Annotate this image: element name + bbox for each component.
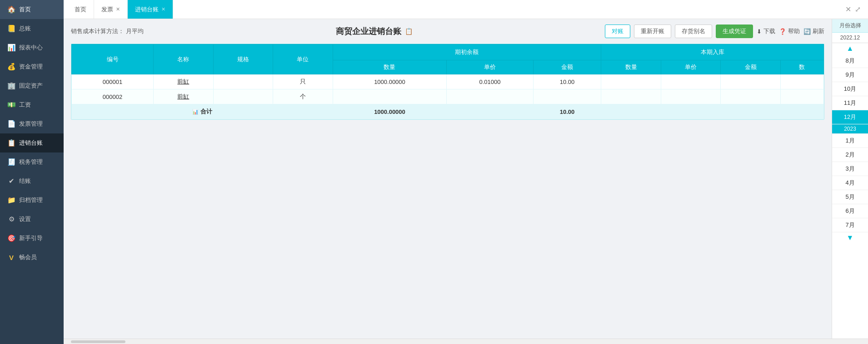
row2-unit: 个 (273, 89, 333, 104)
settle-icon: ✔ (7, 177, 15, 185)
generate-voucher-button[interactable]: 生成凭证 (716, 25, 753, 38)
sidebar-item-assets[interactable]: 🏢 固定资产 (0, 76, 64, 95)
total-row: 📊 合计 1000.00000 10.00 (72, 104, 824, 119)
sidebar: 🏠 首页 📒 总账 📊 报表中心 💰 资金管理 🏢 固定资产 💵 工资 📄 发票… (0, 0, 64, 344)
month-item-3[interactable]: 3月 (832, 162, 868, 176)
salary-icon: 💵 (7, 101, 15, 109)
ci-more-header: 数 (780, 60, 823, 74)
row2-spec (213, 89, 273, 104)
tab-invoice-close[interactable]: ✕ (116, 6, 120, 12)
month-item-4[interactable]: 4月 (832, 176, 868, 190)
month-item-11[interactable]: 11月 (832, 96, 868, 110)
row2-ci-amount (721, 89, 780, 104)
download-icon: ⬇ (757, 28, 762, 35)
sidebar-item-reports[interactable]: 📊 报表中心 (0, 38, 64, 57)
member-icon: V (7, 254, 15, 261)
row1-pb-qty: 1000.00000 (333, 74, 447, 89)
horizontal-scrollbar[interactable] (71, 340, 125, 343)
total-label-text: 合计 (200, 108, 212, 116)
main-table-container: 编号 名称 规格 单位 期初余额 本期入库 数量 单价 金额 数量 (71, 44, 824, 120)
tab-bar: 首页 发票 ✕ 进销台账 ✕ ✕ ⤢ (64, 0, 868, 19)
row2-pb-amount (533, 89, 601, 104)
total-ci-qty (601, 104, 661, 119)
cost-method-label: 销售成本计算方法： (71, 28, 124, 34)
sidebar-item-guide[interactable]: 🎯 新手引导 (0, 229, 64, 248)
month-panel-down-button[interactable]: ▼ (832, 232, 868, 243)
sidebar-item-home[interactable]: 🏠 首页 (0, 0, 64, 19)
ci-qty-header: 数量 (601, 60, 661, 74)
refresh-icon: 🔄 (803, 28, 811, 35)
month-item-5[interactable]: 5月 (832, 190, 868, 204)
sidebar-item-invoice-mgmt[interactable]: 📄 发票管理 (0, 114, 64, 133)
tab-home-label: 首页 (75, 5, 86, 14)
title-info-icon[interactable]: 📋 (405, 28, 413, 35)
sidebar-item-salary[interactable]: 💵 工资 (0, 95, 64, 114)
total-ci-amount (721, 104, 780, 119)
col-spec-header: 规格 (213, 44, 273, 74)
table-row[interactable]: 000002 前缸 个 (72, 89, 824, 104)
toolbar-buttons: 对账 重新开账 存货别名 生成凭证 ⬇ 下载 ❓ 帮助 🔄 刷新 (605, 25, 824, 38)
window-maximize-button[interactable]: ⤢ (855, 5, 861, 14)
pb-amount-header: 金额 (533, 60, 601, 74)
main-table: 编号 名称 规格 单位 期初余额 本期入库 数量 单价 金额 数量 (71, 44, 824, 119)
total-pb-qty: 1000.00000 (333, 104, 447, 119)
row2-name-link[interactable]: 前缸 (177, 93, 189, 100)
sidebar-item-ledger[interactable]: 📒 总账 (0, 19, 64, 38)
refresh-button[interactable]: 🔄 刷新 (803, 27, 824, 35)
col-name-header: 名称 (154, 44, 213, 74)
month-panel-title: 月份选择 (832, 19, 868, 33)
tab-invoice[interactable]: 发票 ✕ (94, 0, 128, 19)
total-pb-amount: 10.00 (533, 104, 601, 119)
window-close-button[interactable]: ✕ (845, 5, 851, 14)
month-item-1[interactable]: 1月 (832, 134, 868, 148)
download-button[interactable]: ⬇ 下载 (757, 27, 775, 35)
sidebar-item-purchase-sales[interactable]: 📋 进销台账 (0, 133, 64, 152)
row1-ci-amount (721, 74, 780, 89)
archive-icon: 📁 (7, 196, 15, 204)
sidebar-item-tax[interactable]: 🧾 税务管理 (0, 152, 64, 172)
month-panel-up-button[interactable]: ▲ (832, 43, 868, 54)
total-icon: 📊 (192, 109, 199, 115)
row2-pb-price (447, 89, 533, 104)
tab-home[interactable]: 首页 (67, 0, 94, 19)
total-label-cell: 📊 合计 (72, 104, 333, 119)
ci-amount-header: 金额 (721, 60, 780, 74)
save-alias-button[interactable]: 存货别名 (675, 25, 712, 38)
tab-purchase-sales[interactable]: 进销台账 ✕ (128, 0, 173, 19)
scrollbar-area[interactable] (64, 339, 868, 344)
sidebar-item-settings[interactable]: ⚙ 设置 (0, 210, 64, 229)
row1-ci-price (661, 74, 720, 89)
month-item-8[interactable]: 8月 (832, 54, 868, 68)
row2-name: 前缸 (154, 89, 213, 104)
row1-number: 000001 (72, 74, 154, 89)
month-item-10[interactable]: 10月 (832, 82, 868, 96)
month-item-7[interactable]: 7月 (832, 218, 868, 232)
sidebar-item-funds[interactable]: 💰 资金管理 (0, 57, 64, 76)
cost-method-info: 销售成本计算方法： 月平均 (71, 27, 144, 35)
reconcile-button[interactable]: 对账 (605, 25, 630, 38)
sidebar-item-settle[interactable]: ✔ 结账 (0, 172, 64, 191)
reopen-button[interactable]: 重新开账 (634, 25, 671, 38)
row1-spec (213, 74, 273, 89)
month-item-9[interactable]: 9月 (832, 68, 868, 82)
month-item-2[interactable]: 2月 (832, 148, 868, 162)
row1-name-link[interactable]: 前缸 (177, 78, 189, 85)
month-item-12[interactable]: 12月 (832, 110, 868, 124)
total-ci-more (780, 104, 823, 119)
assets-icon: 🏢 (7, 82, 15, 90)
total-pb-price (447, 104, 533, 119)
row1-name: 前缸 (154, 74, 213, 89)
top-bar: 销售成本计算方法： 月平均 商贸企业进销台账 📋 对账 重新开账 存货别名 生成… (71, 25, 824, 38)
help-button[interactable]: ❓ 帮助 (779, 27, 800, 35)
table-row[interactable]: 000001 前缸 只 1000.00000 0.01000 10.00 (72, 74, 824, 89)
month-item-6[interactable]: 6月 (832, 204, 868, 218)
page-title: 商贸企业进销台账 (336, 26, 401, 37)
sidebar-item-member[interactable]: V 畅会员 (0, 248, 64, 267)
sidebar-item-archive[interactable]: 📁 归档管理 (0, 191, 64, 210)
home-icon: 🏠 (7, 5, 15, 14)
tab-purchase-sales-close[interactable]: ✕ (161, 6, 165, 12)
row2-ci-qty (601, 89, 661, 104)
row1-pb-amount: 10.00 (533, 74, 601, 89)
window-controls: ✕ ⤢ (845, 5, 864, 14)
funds-icon: 💰 (7, 63, 15, 71)
